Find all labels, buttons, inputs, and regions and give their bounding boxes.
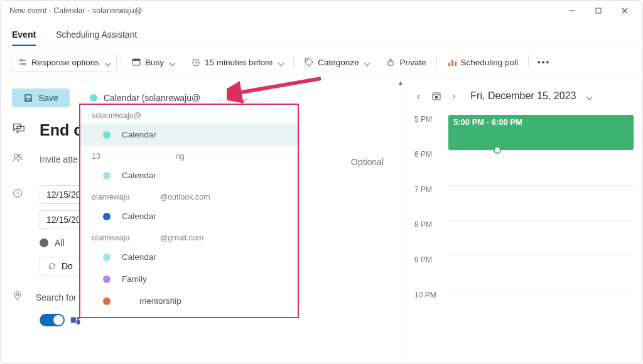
dropdown-group-label: olanrewaju @gmail.com: [80, 227, 298, 246]
dropdown-group-label: solanrewaju@: [80, 105, 298, 124]
calendar-dot-icon: [103, 276, 111, 283]
hour-slot[interactable]: [447, 220, 634, 255]
hour-row: 9 PM: [414, 255, 642, 291]
dropdown-item-label: Calendar: [122, 211, 156, 221]
dropdown-group-label: 13 ng: [80, 146, 298, 164]
window-controls: [559, 2, 637, 19]
svg-rect-16: [388, 62, 393, 65]
allday-toggle[interactable]: [40, 238, 48, 247]
calendar-dot-icon: [103, 172, 111, 179]
divider: [121, 55, 121, 69]
hour-row: 10 PM: [414, 291, 642, 326]
dropdown-item-calendar[interactable]: Calendar: [80, 164, 298, 186]
svg-line-14: [198, 59, 199, 60]
today-icon[interactable]: [431, 91, 441, 101]
more-button[interactable]: •••: [532, 54, 555, 71]
save-label: Save: [38, 93, 58, 103]
tab-event[interactable]: Event: [12, 24, 36, 46]
people-icon: [12, 152, 27, 166]
location-input[interactable]: Search for: [36, 292, 77, 302]
lock-icon: [386, 57, 396, 67]
optional-button[interactable]: Optional: [351, 157, 384, 167]
svg-rect-17: [448, 63, 450, 66]
calendar-selector-more: …: [214, 93, 223, 103]
allday-label: All: [55, 238, 65, 248]
dropdown-item-family[interactable]: Family: [80, 268, 298, 290]
scheduling-poll-button[interactable]: Scheduling poll: [441, 53, 525, 71]
dropdown-item-mentorship[interactable]: mentorship: [80, 290, 298, 312]
hour-label: 7 PM: [414, 185, 447, 194]
end-date-input[interactable]: 12/15/20: [40, 210, 82, 229]
chevron-down-icon: [276, 58, 283, 67]
svg-point-23: [18, 154, 21, 158]
location-icon: [12, 291, 23, 304]
busy-label: Busy: [145, 58, 164, 67]
response-options-label: Response options: [31, 58, 99, 67]
reminder-button[interactable]: 15 minutes before: [185, 53, 289, 71]
scroll-up-icon[interactable]: ▴: [399, 78, 403, 87]
repeat-icon: [48, 262, 57, 270]
chevron-down-icon: [239, 93, 246, 103]
close-button[interactable]: [612, 2, 637, 19]
calendar-dot-icon: [103, 254, 111, 261]
dropdown-group-label: olanrewaju @outlook.com: [80, 186, 298, 205]
save-button[interactable]: Save: [12, 88, 70, 107]
start-date-input[interactable]: 12/15/20: [40, 185, 82, 204]
hour-slot[interactable]: [447, 185, 634, 220]
svg-point-7: [23, 63, 25, 65]
dropdown-item-calendar[interactable]: Calendar: [80, 205, 298, 227]
private-label: Private: [399, 58, 426, 67]
tab-scheduling-assistant[interactable]: Scheduling Assistant: [56, 24, 137, 46]
toolbar: Response options Busy 15 minutes before …: [1, 46, 642, 78]
poll-icon: [447, 57, 457, 67]
maximize-button[interactable]: [586, 2, 611, 19]
svg-rect-18: [451, 60, 453, 66]
sliders-icon: [18, 57, 28, 67]
dropdown-item-calendar[interactable]: Calendar: [80, 246, 298, 268]
event-form-pane: ▴ Save Calendar (solanrewaju@ … solanrew…: [1, 78, 404, 360]
calendar-dropdown-panel[interactable]: solanrewaju@ Calendar 13 ng Calendar ola…: [79, 104, 299, 318]
repeat-button[interactable]: Do: [40, 257, 81, 276]
teams-meeting-toggle[interactable]: [40, 314, 65, 326]
event-resize-handle[interactable]: [494, 146, 501, 154]
busy-status-button[interactable]: Busy: [125, 53, 181, 71]
calendar-selector[interactable]: Calendar (solanrewaju@ …: [90, 93, 246, 103]
svg-point-27: [16, 294, 19, 296]
alarm-icon: [191, 57, 201, 67]
time-grid[interactable]: 5 PM 5:00 PM - 6:00 PM 6 PM 7 PM 8 PM 9 …: [414, 115, 642, 326]
private-button[interactable]: Private: [379, 53, 432, 71]
dropdown-item-label: Calendar: [122, 252, 156, 262]
categorize-button[interactable]: Categorize: [298, 53, 376, 71]
prev-day-button[interactable]: ‹: [414, 88, 423, 104]
hour-label: 9 PM: [414, 255, 447, 264]
tag-icon: [304, 57, 314, 67]
repeat-label: Do: [62, 261, 73, 271]
date-label[interactable]: Fri, December 15, 2023: [470, 90, 576, 102]
chevron-down-icon: [585, 90, 592, 102]
calendar-preview-pane: ‹ › Fri, December 15, 2023 5 PM 5:00 PM …: [404, 78, 642, 360]
invite-attendees-input[interactable]: Invite atte: [40, 154, 78, 164]
hour-label: 8 PM: [414, 220, 447, 229]
response-options-button[interactable]: Response options: [11, 53, 117, 72]
divider: [528, 55, 529, 69]
next-day-button[interactable]: ›: [450, 88, 458, 104]
categorize-label: Categorize: [318, 58, 359, 67]
chat-icon: [12, 122, 27, 139]
divider: [436, 55, 437, 69]
hour-slot[interactable]: [447, 150, 634, 185]
minimize-button[interactable]: [559, 2, 585, 19]
hour-slot[interactable]: [447, 291, 634, 326]
svg-line-13: [193, 59, 194, 60]
dropdown-item-calendar[interactable]: Calendar: [80, 124, 298, 146]
dropdown-item-label: Calendar: [122, 130, 156, 139]
hour-row: 7 PM: [414, 185, 642, 220]
tab-bar: Event Scheduling Assistant: [1, 24, 642, 46]
hour-slot[interactable]: [447, 255, 634, 291]
calendar-dot-icon: [103, 297, 111, 305]
hour-label: 6 PM: [414, 150, 447, 159]
hour-row: 8 PM: [414, 220, 642, 255]
event-time-label: 5:00 PM - 6:00 PM: [453, 117, 522, 127]
hour-row: 6 PM: [414, 150, 642, 185]
svg-rect-19: [455, 62, 457, 66]
event-block[interactable]: 5:00 PM - 6:00 PM: [448, 115, 634, 150]
